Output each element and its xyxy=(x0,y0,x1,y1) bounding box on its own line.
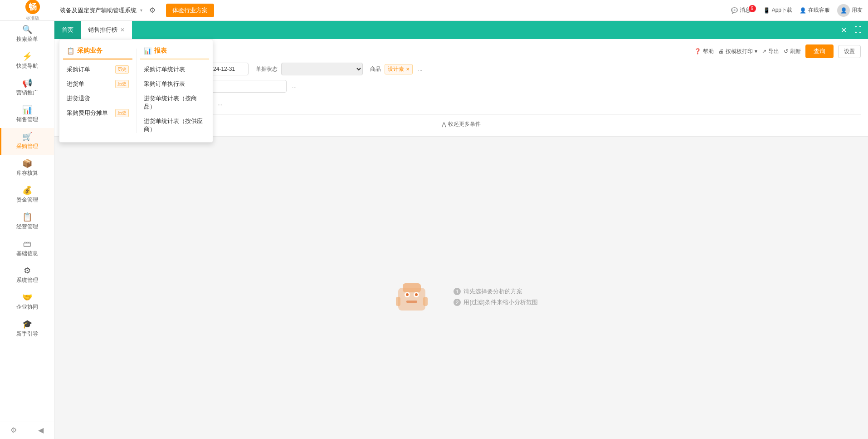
quick-nav-icon: ⚡ xyxy=(22,52,32,60)
logo-icon: 畅 xyxy=(25,0,40,14)
tab-maximize-icon[interactable]: ⛶ xyxy=(852,24,864,36)
sidebar-label-basic-info: 基础信息 xyxy=(16,250,38,257)
sidebar-item-finance[interactable]: 💰 资金管理 xyxy=(0,182,54,208)
help-button[interactable]: ❓ 帮助 xyxy=(694,48,714,55)
empty-num-1: 1 xyxy=(454,288,461,295)
messages-badge: 9 xyxy=(749,5,756,12)
system-dropdown-arrow[interactable]: ▾ xyxy=(140,8,142,13)
online-service-label: 在线客服 xyxy=(808,6,830,14)
sidebar-label-inventory: 库存核算 xyxy=(16,169,38,177)
purchase-expense-label: 采购费用分摊单 xyxy=(67,109,108,117)
sidebar-item-basic-info[interactable]: 🗃 基础信息 xyxy=(0,235,54,262)
sidebar-label-search: 搜索菜单 xyxy=(16,35,38,43)
messages-button[interactable]: 💬 消息 9 xyxy=(731,6,756,14)
search-icon: 🔍 xyxy=(22,25,32,34)
dropdown-item-purchase-return[interactable]: 进货退货 xyxy=(63,91,132,106)
svg-rect-1 xyxy=(403,283,421,292)
purchase-col-title-text: 采购业务 xyxy=(77,47,102,55)
system-settings-icon[interactable]: ⚙ xyxy=(146,4,159,17)
refresh-button[interactable]: ↺ 刷新 xyxy=(784,48,801,55)
salesperson-more[interactable]: ... xyxy=(292,83,297,89)
inventory-icon: 📦 xyxy=(22,159,32,168)
goods-filter: 商品 设计素 ✕ ... xyxy=(370,64,423,74)
purchase-expense-history: 历史 xyxy=(115,109,129,117)
query-button[interactable]: 查询 xyxy=(805,44,834,58)
sidebar-item-marketing[interactable]: 📢 营销推广 xyxy=(0,74,54,101)
industry-button[interactable]: 体验行业方案 xyxy=(166,4,214,17)
purchase-incoming-label: 进货单 xyxy=(67,80,84,88)
sidebar-bottom: ⚙ ◀ xyxy=(0,421,54,439)
collapse-up-icon: ⋀ xyxy=(442,121,446,128)
sidebar-item-beginner[interactable]: 🎓 新手引导 xyxy=(0,316,54,342)
sidebar-item-search[interactable]: 🔍 搜索菜单 xyxy=(0,21,54,48)
sidebar-item-cooperation[interactable]: 🤝 企业协同 xyxy=(0,289,54,316)
empty-hint-2-text: 用[过滤]条件来缩小分析范围 xyxy=(463,298,537,306)
sidebar-collapse-btn[interactable]: ◀ xyxy=(38,426,44,434)
sidebar-item-inventory[interactable]: 📦 库存核算 xyxy=(0,155,54,182)
voucher-status-select[interactable] xyxy=(281,63,363,75)
tab-bar: 首页 销售排行榜 ✕ ✕ ⛶ xyxy=(54,21,868,39)
system-title: 装备及固定资产辅助管理系统 xyxy=(60,6,137,15)
tab-close-icon[interactable]: ✕ xyxy=(120,27,125,33)
tab-home[interactable]: 首页 xyxy=(54,21,81,39)
empty-num-2: 2 xyxy=(454,299,461,306)
system-title-area: 装备及固定资产辅助管理系统 ▾ ⚙ 体验行业方案 xyxy=(60,4,731,17)
purchase-col-title: 📋 采购业务 xyxy=(63,45,132,59)
marketing-icon: 📢 xyxy=(22,79,32,87)
phone-icon: 📱 xyxy=(763,7,770,14)
beginner-icon: 🎓 xyxy=(22,320,32,328)
message-icon: 💬 xyxy=(731,7,738,14)
print-button[interactable]: 🖨 按模板打印 ▾ xyxy=(718,48,757,55)
app-download-label: App下载 xyxy=(772,6,792,14)
dropdown-item-report-order-stat[interactable]: 采购订单统计表 xyxy=(140,62,210,77)
system-icon: ⚙ xyxy=(24,266,31,275)
tab-sales-ranking[interactable]: 销售排行榜 ✕ xyxy=(81,21,132,39)
operations-icon: 📋 xyxy=(22,213,32,221)
dropdown-item-purchase-incoming[interactable]: 进货单 历史 xyxy=(63,77,132,91)
purchase-return-label: 进货退货 xyxy=(67,94,90,103)
sidebar-label-purchase: 采购管理 xyxy=(16,143,38,150)
settings-button[interactable]: 设置 xyxy=(838,45,861,58)
sidebar-label-cooperation: 企业协同 xyxy=(16,303,38,311)
collapse-label: 收起更多条件 xyxy=(448,120,481,128)
svg-rect-7 xyxy=(396,297,400,306)
sidebar-item-quick-nav[interactable]: ⚡ 快捷导航 xyxy=(0,48,54,74)
tab-close-all-icon[interactable]: ✕ xyxy=(837,24,850,36)
sidebar-item-operations[interactable]: 📋 经营管理 xyxy=(0,208,54,235)
user-avatar: 👤 xyxy=(837,4,850,17)
report-order-exec-label: 采购订单执行表 xyxy=(144,80,185,88)
sidebar-item-purchase[interactable]: 🛒 采购管理 xyxy=(0,128,54,155)
goods-more[interactable]: ... xyxy=(418,66,423,72)
voucher-status-filter: 单据状态 xyxy=(256,63,363,75)
export-button[interactable]: ↗ 导出 xyxy=(762,48,779,55)
dropdown-item-report-incoming-goods[interactable]: 进货单统计表（按商品） xyxy=(140,91,210,114)
dropdown-item-report-order-exec[interactable]: 采购订单执行表 xyxy=(140,77,210,91)
sidebar-settings-btn[interactable]: ⚙ xyxy=(10,426,17,434)
tab-home-label: 首页 xyxy=(62,26,73,34)
customer-more[interactable]: ... xyxy=(218,100,222,107)
dropdown-item-report-incoming-supplier[interactable]: 进货单统计表（按供应商） xyxy=(140,114,210,137)
tab-sales-ranking-label: 销售排行榜 xyxy=(88,26,117,34)
help-label: 帮助 xyxy=(703,48,714,55)
sidebar-item-system[interactable]: ⚙ 系统管理 xyxy=(0,262,54,289)
report-col-title: 📊 报表 xyxy=(140,45,210,59)
collapse-filter-btn[interactable]: ⋀ 收起更多条件 xyxy=(439,118,483,131)
dropdown-item-purchase-expense[interactable]: 采购费用分摊单 历史 xyxy=(63,106,132,120)
sidebar-label-finance: 资金管理 xyxy=(16,196,38,204)
report-order-stat-label: 采购订单统计表 xyxy=(144,65,185,74)
dropdown-item-purchase-order[interactable]: 采购订单 历史 xyxy=(63,62,132,77)
sidebar-label-marketing: 营销推广 xyxy=(16,89,38,97)
app-download-button[interactable]: 📱 App下载 xyxy=(763,6,792,14)
goods-tag-close[interactable]: ✕ xyxy=(406,67,410,72)
sidebar-label-system: 系统管理 xyxy=(16,276,38,284)
service-icon: 👤 xyxy=(800,7,806,14)
cooperation-icon: 🤝 xyxy=(22,293,32,301)
sidebar-item-sales[interactable]: 📊 销售管理 xyxy=(0,101,54,128)
empty-illustration xyxy=(385,274,439,320)
svg-rect-6 xyxy=(406,301,417,303)
online-service-button[interactable]: 👤 在线客服 xyxy=(800,6,830,14)
user-menu[interactable]: 👤 用友 xyxy=(837,4,863,17)
sidebar-label-quick-nav: 快捷导航 xyxy=(16,62,38,70)
header-right: 💬 消息 9 📱 App下载 👤 在线客服 👤 用友 xyxy=(731,4,863,17)
dropdown-col-purchase: 📋 采购业务 采购订单 历史 进货单 历史 进货退货 采购费用分摊单 历史 xyxy=(59,45,136,137)
